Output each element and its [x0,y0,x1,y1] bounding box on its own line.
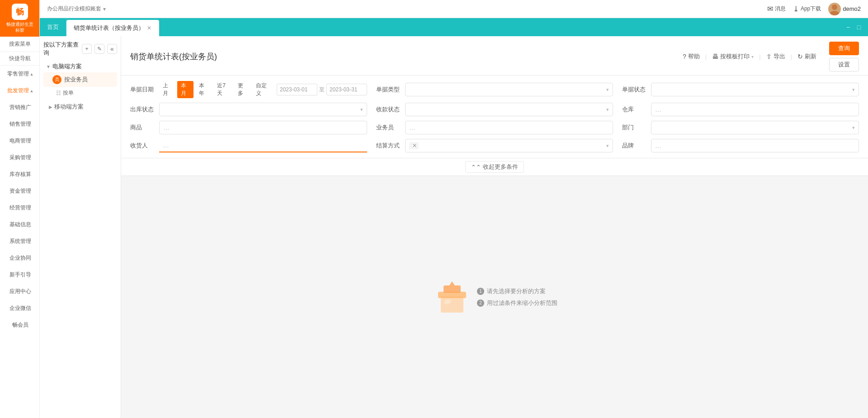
print-btn[interactable]: 🖶 按模板打印 ▾ [712,52,754,61]
filter-brand: 品牌 … [622,139,859,152]
goods-label: 商品 [130,124,156,132]
quick-nav-label[interactable]: 快捷导航 [3,55,37,62]
date-btn-custom[interactable]: 自定义 [252,81,273,98]
salesperson-placeholder: … [409,124,416,131]
refresh-icon: ↻ [797,53,803,60]
sidebar-item-appcenter[interactable]: 应用中心 [0,283,39,300]
date-btn-more[interactable]: 更多 [234,81,250,98]
settlement-tag-close[interactable]: ✕ [412,142,417,149]
sidebar-item-finance[interactable]: 资金管理 [0,183,39,200]
left-panel: 按以下方案查询 + ✎ « ▼ 电脑端方案 [40,36,121,418]
query-button[interactable]: 查询 [829,42,859,55]
desktop-plan-group: ▼ 电脑端方案 员 按业务员 ☷ 按单 [43,61,117,99]
appcenter-label: 应用中心 [9,288,31,294]
sidebar-item-purchase[interactable]: 采购管理 [0,149,39,166]
page-title: 销货单统计表(按业务员) [130,51,217,62]
out-status-input[interactable]: ▾ [159,103,367,116]
minimize-icon[interactable]: − [844,24,852,31]
salesperson-plan-label: 按业务员 [64,76,88,84]
desktop-plan-label: 电脑端方案 [52,62,82,71]
sidebar-item-basic[interactable]: 基础信息 [0,216,39,233]
logo-char: 畅 [16,6,24,17]
search-menu-label[interactable]: 搜索菜单 [3,40,37,48]
sidebar-item-system[interactable]: 系统管理 [0,233,39,250]
filter-row-3: 商品 … 业务员 … 部门 [130,121,859,134]
export-btn[interactable]: ⇧ 导出 [766,52,785,61]
date-btn-last-month[interactable]: 上月 [159,81,175,98]
refresh-btn[interactable]: ↻ 刷新 [797,52,816,61]
purchase-label: 采购管理 [9,154,31,161]
date-start-field[interactable]: 2023-03-01 [277,84,317,95]
sidebar-item-member[interactable]: 畅会员 [0,317,39,333]
sidebar-item-inventory[interactable]: 库存核算 [0,166,39,183]
sidebar-item-retail[interactable]: 零售管理 ▲ [0,66,39,82]
plan-item-salesperson[interactable]: 员 按业务员 [43,72,117,87]
recipient-input[interactable]: … [159,139,367,152]
date-end-value: 2023-03-31 [330,86,357,93]
goods-input[interactable]: … [159,121,367,134]
warehouse-input[interactable]: … [651,103,859,116]
breadcrumb-dropdown-icon[interactable]: ▾ [103,6,106,12]
tabbar: 首页 销货单统计表（按业务员） ✕ − □ [40,18,868,36]
sidebar-item-operations[interactable]: 经营管理 [0,200,39,216]
export-label: 导出 [774,52,785,61]
help-label: 帮助 [688,52,700,61]
sidebar-item-marketing[interactable]: 营销推广 [0,99,39,116]
empty-icon [432,279,468,315]
doc-type-input[interactable]: ▾ [405,83,613,96]
date-btn-this-year[interactable]: 本年 [195,81,212,98]
sidebar-item-enterprise[interactable]: 企业协同 [0,250,39,266]
user-area[interactable]: demo2 [828,3,861,15]
add-plan-btn[interactable]: + [82,44,92,54]
sidebar-item-sales[interactable]: 销售管理 [0,116,39,133]
sidebar-item-newbie[interactable]: 新手引导 [0,266,39,283]
divider1: | [705,53,707,60]
doc-status-input[interactable]: ▾ [651,83,859,96]
sidebar-item-wechat[interactable]: 企业微信 [0,300,39,317]
sidebar-quick-nav[interactable]: 快捷导航 [0,52,39,66]
filter-area: 单据日期 上月 本月 本年 近7天 更多 自定义 2023-03-01 [121,76,868,158]
svg-rect-2 [441,296,463,313]
date-end-field[interactable]: 2023-03-31 [326,84,367,95]
brand-placeholder: … [655,142,662,149]
empty-hint-1: 1 请先选择要分析的方案 [477,287,557,295]
doc-type-arrow: ▾ [606,87,609,93]
collapse-conditions-btn[interactable]: ⌃⌃ 收起更多条件 [465,161,524,173]
tab-close-icon[interactable]: ✕ [147,25,151,31]
filter-goods: 商品 … [130,121,367,134]
tab-home[interactable]: 首页 [40,18,66,36]
hint1-dot: 1 [477,288,484,295]
collapse-icon: « [110,45,114,52]
maximize-icon[interactable]: □ [855,24,863,31]
date-btn-7days[interactable]: 近7天 [213,81,232,98]
date-btn-this-month[interactable]: 本月 [177,81,193,98]
sidebar-search[interactable]: 搜索菜单 [0,37,39,52]
page-actions: ? 帮助 | 🖶 按模板打印 ▾ | ⇧ 导出 | [683,42,859,71]
logo-sub: 标胶 [15,27,24,33]
collapse-panel-btn[interactable]: « [107,44,117,54]
message-btn[interactable]: ✉ 消息 [767,5,786,13]
enterprise-label: 企业协同 [9,255,31,261]
tab-sales-stats[interactable]: 销货单统计表（按业务员） ✕ [66,20,159,36]
department-input[interactable]: ▾ [651,121,859,134]
sidebar-item-ecommerce[interactable]: 电商管理 [0,133,39,149]
plan-sub-item-order[interactable]: ☷ 按单 [43,87,117,99]
sidebar-item-wholesale[interactable]: 批发管理 ▲ [0,82,39,99]
brand-input[interactable]: … [651,139,859,152]
settlement-input[interactable]: ✕ ▾ [405,139,613,152]
hint1-text: 请先选择要分析的方案 [487,287,546,295]
logo-icon: 畅 [12,4,28,20]
settings-button[interactable]: 设置 [829,58,859,71]
mobile-plan-header[interactable]: ▶ 移动端方案 [43,101,117,113]
payment-status-input[interactable]: ▾ [405,103,613,116]
salesperson-input[interactable]: … [405,121,613,134]
app-download-btn[interactable]: ⤓ App下载 [793,5,821,13]
warehouse-label: 仓库 [622,105,647,114]
help-btn[interactable]: ? 帮助 [683,52,700,61]
mobile-plan-group: ▶ 移动端方案 [43,101,117,113]
desktop-plan-header[interactable]: ▼ 电脑端方案 [43,61,117,72]
filter-out-status: 出库状态 ▾ [130,103,367,116]
edit-plan-btn[interactable]: ✎ [94,44,104,54]
warehouse-placeholder: … [655,106,662,113]
wechat-label: 企业微信 [9,305,31,311]
